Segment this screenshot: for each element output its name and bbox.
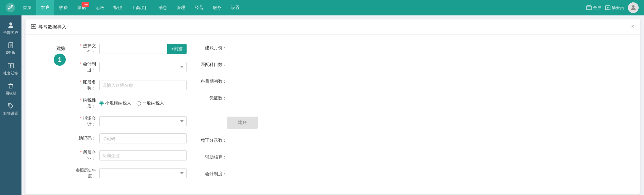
main-layout: 全部客户 0申报 账套迁移 <box>0 15 644 195</box>
nav-item-home[interactable]: 首页 <box>18 0 36 15</box>
assign-accountant-select[interactable] <box>99 116 187 126</box>
main-content: 导爷数据导入 × 建账 1 选择文件： +浏览 <box>21 15 644 195</box>
dialog-body: 建账 1 选择文件： +浏览 会计制度： <box>26 35 640 194</box>
label-ledger-name: 账簿名称： <box>72 79 99 91</box>
nav-items-list: 首页 客户 收费 票据 new 记账 报税 工商项目 消息 管理 经营 服务 设… <box>18 0 586 15</box>
sidebar-item-account-migrate[interactable]: 账套迁移 <box>0 59 21 79</box>
new-badge: new <box>82 2 89 7</box>
tag-icon <box>7 102 14 110</box>
svg-point-6 <box>9 22 12 25</box>
svg-point-1 <box>11 5 13 6</box>
browse-button[interactable]: +浏览 <box>167 44 187 54</box>
nav-item-operation[interactable]: 经营 <box>190 0 208 15</box>
sidebar-label-migrate: 账套迁移 <box>3 71 18 75</box>
sidebar-label-declaration: 0申报 <box>6 50 15 55</box>
sidebar-label-recycle: 回收站 <box>5 91 16 95</box>
right-row-subject-initial: 科目期初数： <box>200 76 301 86</box>
step-circle: 1 <box>54 54 66 66</box>
right-row-voucher-count: 凭证数： <box>200 93 301 103</box>
dialog-card: 导爷数据导入 × 建账 1 选择文件： +浏览 <box>26 19 640 194</box>
field-row-assign-accountant: 指派会计： <box>72 115 187 127</box>
label-memo-code: 助记码： <box>72 135 99 141</box>
sidebar: 全部客户 0申报 账套迁移 <box>0 15 21 195</box>
right-label-voucher-count: 凭证数： <box>200 95 230 101</box>
user-avatar[interactable] <box>628 2 639 13</box>
svg-rect-8 <box>8 63 10 68</box>
nav-right-actions: 全屏 畅会员 <box>586 2 639 13</box>
right-row-build-month: 建账月份： <box>200 43 301 53</box>
file-input[interactable] <box>99 44 167 54</box>
nav-item-customer[interactable]: 客户 <box>36 0 54 15</box>
right-row-accounting-system-r: 会计制度： <box>200 169 301 179</box>
nav-item-billing[interactable]: 收费 <box>54 0 72 15</box>
radio-small-taxpayer[interactable]: 小规模纳税人 <box>99 100 131 106</box>
svg-point-5 <box>632 5 634 8</box>
top-navigation: 首页 客户 收费 票据 new 记账 报税 工商项目 消息 管理 经营 服务 设… <box>0 0 644 15</box>
nav-item-invoice[interactable]: 票据 new <box>72 0 91 15</box>
file-icon <box>7 42 14 49</box>
field-row-accounting-system: 会计制度： <box>72 61 187 73</box>
app-logo[interactable] <box>3 0 18 15</box>
svg-rect-9 <box>11 63 13 68</box>
sidebar-label-tag: 标签设置 <box>3 111 18 116</box>
step-label: 建账 <box>56 46 66 52</box>
sidebar-item-tag-settings[interactable]: 标签设置 <box>0 99 21 119</box>
field-row-tax-type: 纳税性质： 小规模纳税人 一般纳税人 <box>72 97 187 109</box>
company-input[interactable] <box>99 150 187 160</box>
nav-item-tax[interactable]: 报税 <box>109 0 127 15</box>
fullscreen-label: 全屏 <box>593 5 601 11</box>
label-company: 所属企业： <box>72 149 99 161</box>
right-label-subject-initial: 科目期初数： <box>200 78 230 84</box>
member-button[interactable]: 畅会员 <box>605 5 624 11</box>
field-row-memo-code: 助记码： <box>72 133 187 143</box>
build-account-button[interactable]: 建账 <box>227 117 258 129</box>
dialog-close-button[interactable]: × <box>631 23 635 29</box>
accounting-system-select[interactable] <box>99 62 187 72</box>
label-accounting-system: 会计制度： <box>72 61 99 73</box>
member-label: 畅会员 <box>612 5 624 11</box>
sidebar-item-all-customers[interactable]: 全部客户 <box>0 18 21 38</box>
svg-point-10 <box>9 105 10 106</box>
label-history-year: 参照历史年度： <box>72 168 99 179</box>
fullscreen-button[interactable]: 全屏 <box>586 5 601 11</box>
right-label-voucher-entries: 凭证分录数： <box>200 137 230 143</box>
radio-general-taxpayer[interactable]: 一般纳税人 <box>137 100 164 106</box>
form-right: 建账月份： 匹配科目数： 科目期初数： 凭证数： <box>187 43 301 186</box>
right-label-aux-accounting: 辅助核算： <box>200 154 230 160</box>
nav-item-manage[interactable]: 管理 <box>172 0 190 15</box>
label-assign-accountant: 指派会计： <box>72 115 99 127</box>
trash-icon <box>7 82 14 89</box>
nav-item-service[interactable]: 服务 <box>208 0 226 15</box>
right-row-voucher-entries: 凭证分录数： <box>200 135 301 145</box>
svg-rect-2 <box>587 6 591 10</box>
nav-item-ledger[interactable]: 记账 <box>91 0 109 15</box>
right-row-match-subjects: 匹配科目数： <box>200 60 301 70</box>
tax-type-radio-group: 小规模纳税人 一般纳税人 <box>99 100 187 106</box>
field-row-select-file: 选择文件： +浏览 <box>72 43 187 55</box>
nav-item-message[interactable]: 消息 <box>154 0 172 15</box>
form-left: 选择文件： +浏览 会计制度： <box>72 43 187 186</box>
right-label-build-month: 建账月份： <box>200 45 230 51</box>
step-section: 建账 1 <box>39 43 72 186</box>
right-label-accounting-system-r: 会计制度： <box>200 171 230 177</box>
field-row-company: 所属企业： <box>72 149 187 161</box>
nav-item-settings[interactable]: 设置 <box>226 0 244 15</box>
sidebar-item-declaration[interactable]: 0申报 <box>0 38 21 58</box>
svg-point-4 <box>607 7 609 9</box>
migrate-icon <box>7 62 14 69</box>
person-icon <box>7 21 14 29</box>
right-label-match-subjects: 匹配科目数： <box>200 62 230 68</box>
history-year-select[interactable] <box>99 168 187 178</box>
right-row-aux-accounting: 辅助核算： <box>200 152 301 162</box>
sidebar-item-recycle[interactable]: 回收站 <box>0 79 21 99</box>
dialog-title: 导爷数据导入 <box>38 24 66 30</box>
field-row-ledger-name: 账簿名称： <box>72 79 187 91</box>
ledger-name-input[interactable] <box>99 80 187 90</box>
import-icon <box>31 24 36 30</box>
nav-item-business[interactable]: 工商项目 <box>127 0 154 15</box>
label-tax-type: 纳税性质： <box>72 97 99 109</box>
memo-code-input[interactable] <box>99 133 187 143</box>
dialog-header: 导爷数据导入 <box>26 19 640 35</box>
field-row-history-year: 参照历史年度： <box>72 168 187 179</box>
label-select-file: 选择文件： <box>72 43 99 55</box>
